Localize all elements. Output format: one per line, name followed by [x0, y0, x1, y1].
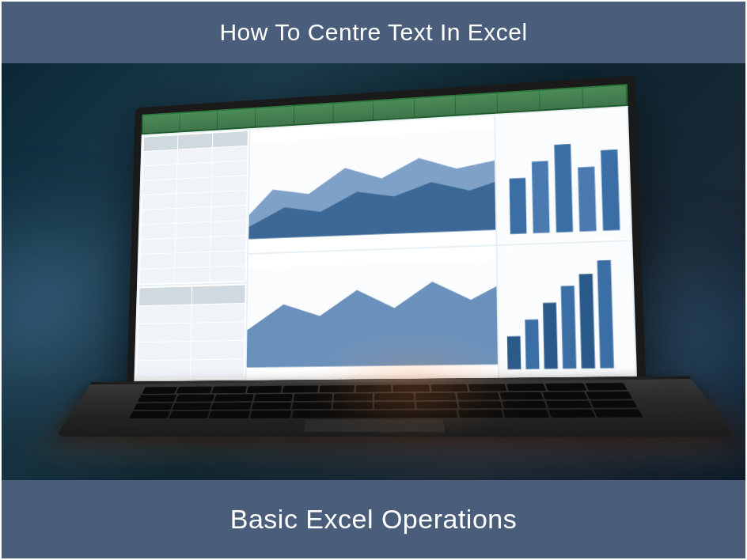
charts-panel — [247, 108, 635, 379]
laptop-keyboard — [129, 382, 643, 418]
svg-rect-9 — [507, 335, 521, 369]
footer-subtitle: Basic Excel Operations — [230, 504, 518, 534]
svg-rect-10 — [525, 319, 540, 369]
area-chart — [248, 115, 496, 252]
area-chart-2 — [246, 245, 498, 381]
svg-rect-4 — [555, 143, 574, 232]
laptop-screen — [134, 84, 637, 381]
spreadsheet-table-2 — [135, 283, 246, 380]
svg-rect-13 — [579, 273, 595, 368]
hero-image — [2, 63, 745, 480]
svg-rect-3 — [532, 161, 550, 233]
data-panel — [135, 130, 248, 380]
svg-rect-6 — [601, 149, 620, 230]
svg-rect-11 — [543, 302, 558, 369]
spreadsheet-table — [138, 130, 249, 285]
laptop-trackpad — [304, 419, 445, 432]
svg-rect-5 — [578, 166, 597, 231]
svg-rect-2 — [510, 177, 527, 233]
excel-workspace — [134, 105, 637, 381]
laptop-illustration — [89, 73, 693, 471]
bar-chart-small — [495, 108, 631, 244]
header-bar: How To Centre Text In Excel — [2, 2, 745, 63]
header-title: How To Centre Text In Excel — [219, 19, 527, 45]
laptop-screen-bezel — [127, 75, 646, 389]
laptop-base — [55, 376, 734, 437]
tutorial-card: How To Centre Text In Excel — [0, 0, 747, 560]
footer-bar: Basic Excel Operations — [2, 480, 745, 558]
svg-rect-12 — [561, 285, 577, 368]
bar-chart-large — [498, 240, 635, 378]
